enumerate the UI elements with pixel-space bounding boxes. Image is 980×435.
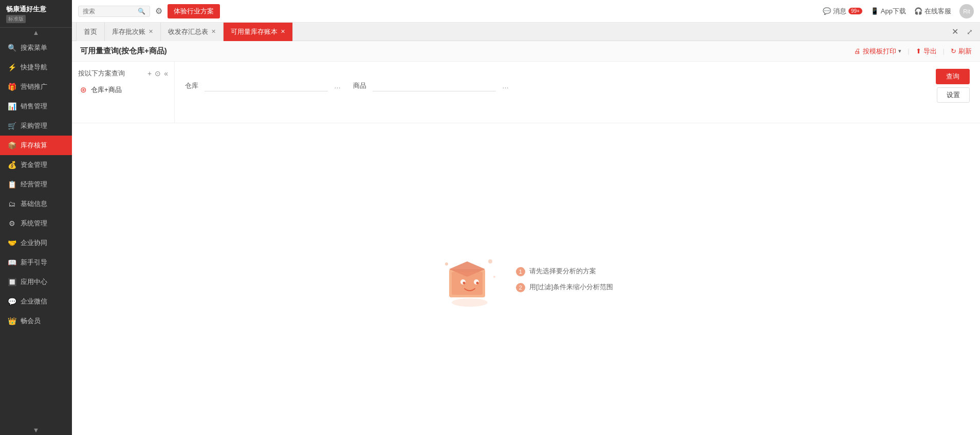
warehouse-more-button[interactable]: … — [332, 82, 343, 90]
print-template-button[interactable]: 🖨 按模板打印 ▾ — [854, 47, 901, 56]
empty-tip-2: 2 用[过滤]条件来缩小分析范围 — [516, 282, 613, 292]
topbar-search-box[interactable]: 🔍 — [78, 6, 150, 17]
refresh-button[interactable]: ↻ 刷新 — [951, 47, 972, 56]
filter-option-label: 仓库+商品 — [91, 85, 122, 94]
sidebar-item-sales-label: 销售管理 — [21, 102, 47, 111]
empty-state: 1 请先选择要分析的方案 2 用[过滤]条件来缩小分析范围 — [72, 123, 980, 435]
online-service-btn[interactable]: 🎧 在线客服 — [914, 7, 951, 16]
wechat-icon: 💬 — [7, 297, 16, 306]
topbar-right: 💬 消息 99+ 📱 App下载 🎧 在线客服 Rit — [823, 4, 974, 18]
export-button[interactable]: ⬆ 导出 — [916, 47, 937, 56]
sidebar-item-purchase-label: 采购管理 — [21, 121, 47, 130]
sidebar-item-guide-label: 新手引导 — [21, 258, 47, 267]
settings-button[interactable]: 设置 — [937, 87, 970, 103]
tab-home-label: 首页 — [84, 27, 97, 36]
sidebar-item-quicknav-label: 快捷导航 — [21, 63, 47, 72]
page-actions: 🖨 按模板打印 ▾ | ⬆ 导出 | ↻ 刷新 — [854, 47, 972, 56]
product-input[interactable] — [373, 80, 496, 91]
filter-option-icon: ⊛ — [80, 85, 87, 94]
tip-num-2: 2 — [516, 283, 525, 292]
sidebar-item-quicknav[interactable]: ⚡ 快捷导航 — [0, 58, 72, 77]
filter-warehouse-field: 仓库 … — [185, 80, 343, 91]
sidebar-item-basic[interactable]: 🗂 基础信息 — [0, 194, 72, 214]
product-more-button[interactable]: … — [500, 82, 511, 90]
svg-point-6 — [463, 281, 465, 284]
sidebar-item-inventory[interactable]: 📦 库存核算 — [0, 136, 72, 155]
sales-icon: 📊 — [7, 102, 16, 111]
filter-section-label: 按以下方案查询 — [78, 69, 125, 78]
export-label: 导出 — [923, 47, 937, 56]
sidebar-item-member[interactable]: 👑 畅会员 — [0, 311, 72, 331]
svg-point-8 — [445, 262, 448, 266]
empty-tip-2-text: 用[过滤]条件来缩小分析范围 — [529, 282, 613, 292]
sidebar-item-operations-label: 经营管理 — [21, 180, 47, 189]
sidebar-item-operations[interactable]: 📋 经营管理 — [0, 175, 72, 194]
sidebar-item-basic-label: 基础信息 — [21, 199, 47, 209]
maximize-tab-button[interactable]: ⤢ — [964, 27, 976, 37]
filter-header-icons: + ⊙ « — [147, 69, 168, 78]
purchase-icon: 🛒 — [7, 121, 16, 130]
tab-receive-summary-label: 收发存汇总表 — [168, 27, 208, 36]
avatar[interactable]: Rit — [959, 4, 974, 18]
sidebar-item-enterprise-label: 企业协同 — [21, 238, 47, 248]
appcenter-icon: 🔲 — [7, 277, 16, 287]
finance-icon: 💰 — [7, 160, 16, 169]
sidebar-item-appcenter[interactable]: 🔲 应用中心 — [0, 272, 72, 292]
inventory-icon: 📦 — [7, 141, 16, 150]
message-btn[interactable]: 💬 消息 99+ — [823, 7, 862, 16]
basic-icon: 🗂 — [7, 199, 16, 209]
sidebar-item-enterprise[interactable]: 🤝 企业协同 — [0, 233, 72, 253]
sidebar-item-sales[interactable]: 📊 销售管理 — [0, 97, 72, 116]
sidebar: 畅康通好生意 标准版 ▲ 🔍 搜索菜单 ⚡ 快捷导航 🎁 营销推广 📊 销售管理… — [0, 0, 72, 435]
filter-product-field: 商品 … — [353, 80, 511, 91]
tab-available-ledger-close[interactable]: ✕ — [281, 29, 285, 34]
warehouse-input[interactable] — [205, 80, 328, 91]
content-area: 可用量查询(按仓库+商品) 🖨 按模板打印 ▾ | ⬆ 导出 | ↻ 刷新 — [72, 41, 980, 435]
svg-point-7 — [476, 281, 478, 284]
online-service-label: 在线客服 — [924, 7, 951, 16]
marketing-icon: 🎁 — [7, 82, 16, 91]
tab-receive-summary-close[interactable]: ✕ — [211, 29, 216, 34]
sidebar-item-purchase[interactable]: 🛒 采购管理 — [0, 116, 72, 136]
sidebar-item-wechat[interactable]: 💬 企业微信 — [0, 292, 72, 311]
sidebar-scroll-up[interactable]: ▲ — [0, 28, 72, 38]
sidebar-item-finance[interactable]: 💰 资金管理 — [0, 155, 72, 175]
sidebar-item-guide[interactable]: 📖 新手引导 — [0, 253, 72, 272]
filter-row: 仓库 … 商品 … 查询 设置 — [185, 69, 970, 103]
search-input[interactable] — [83, 8, 136, 15]
collapse-icon[interactable]: « — [164, 69, 168, 78]
query-button[interactable]: 查询 — [936, 69, 970, 84]
sidebar-item-inventory-label: 库存核算 — [21, 141, 47, 150]
sidebar-item-finance-label: 资金管理 — [21, 160, 47, 169]
tab-available-ledger[interactable]: 可用量库存账本 ✕ — [224, 23, 293, 41]
tab-home[interactable]: 首页 — [76, 23, 105, 41]
tab-receive-summary[interactable]: 收发存汇总表 ✕ — [161, 23, 224, 41]
brand-tag: 标准版 — [6, 15, 26, 23]
empty-tip-1-text: 请先选择要分析的方案 — [529, 267, 596, 276]
tab-batch-account[interactable]: 库存批次账 ✕ — [105, 23, 161, 41]
quicknav-icon: ⚡ — [7, 63, 16, 72]
sidebar-item-marketing[interactable]: 🎁 营销推广 — [0, 77, 72, 97]
app-download-btn[interactable]: 📱 App下载 — [871, 7, 906, 16]
refresh-label: 刷新 — [958, 47, 972, 56]
industry-solution-button[interactable]: 体验行业方案 — [168, 4, 220, 18]
gear-icon[interactable]: ⚙ — [153, 5, 164, 17]
export-icon: ⬆ — [916, 47, 921, 55]
filter-settings-icon[interactable]: ⊙ — [155, 69, 161, 78]
search-icon: 🔍 — [7, 43, 16, 52]
filter-section: 按以下方案查询 + ⊙ « ⊛ 仓库+商品 仓库 — [72, 62, 980, 123]
sidebar-item-search[interactable]: 🔍 搜索菜单 — [0, 38, 72, 58]
topbar-left: 🔍 ⚙ 体验行业方案 — [78, 4, 819, 18]
message-icon: 💬 — [823, 7, 831, 15]
sidebar-item-member-label: 畅会员 — [21, 316, 41, 326]
print-icon: 🖨 — [854, 47, 861, 55]
add-filter-icon[interactable]: + — [147, 69, 152, 78]
tab-batch-account-close[interactable]: ✕ — [149, 29, 153, 34]
sidebar-scroll-down[interactable]: ▼ — [0, 425, 72, 435]
close-all-tabs-button[interactable]: ✕ — [949, 26, 961, 37]
sidebar-item-system[interactable]: ⚙ 系统管理 — [0, 214, 72, 233]
filter-option-warehouse-product[interactable]: ⊛ 仓库+商品 — [72, 82, 174, 98]
sidebar-nav: 🔍 搜索菜单 ⚡ 快捷导航 🎁 营销推广 📊 销售管理 🛒 采购管理 📦 库存核… — [0, 38, 72, 425]
sidebar-item-appcenter-label: 应用中心 — [21, 277, 47, 287]
warehouse-label: 仓库 — [185, 81, 200, 90]
